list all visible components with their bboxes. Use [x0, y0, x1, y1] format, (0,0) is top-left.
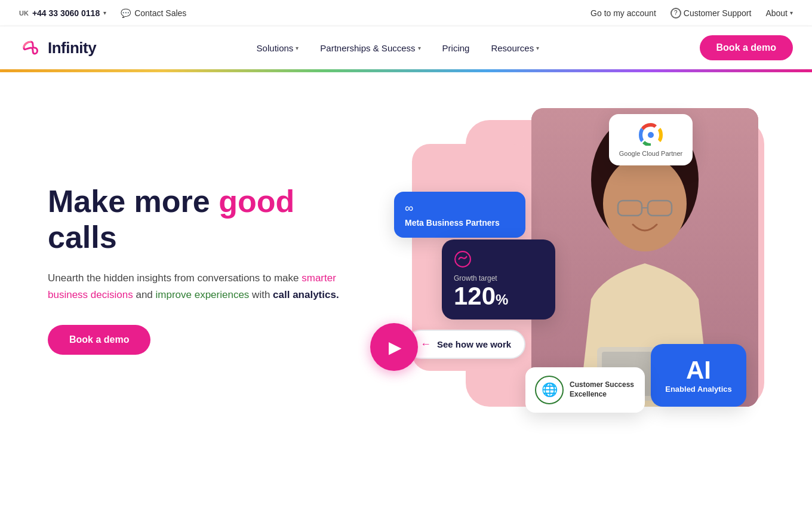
top-bar-right: Go to my account ? Customer Support Abou… — [590, 8, 793, 19]
go-to-account-label: Go to my account — [590, 8, 656, 18]
see-how-label: See how we work — [437, 339, 511, 349]
meta-logo: ∞ — [405, 201, 515, 215]
see-how-we-work-button[interactable]: ← See how we work — [406, 330, 525, 359]
meta-business-card: ∞ Meta Business Partners — [394, 192, 525, 238]
growth-label: Growth target — [454, 274, 543, 282]
growth-number-value: 120 — [454, 282, 496, 310]
subtitle-improve: improve experiences — [156, 289, 250, 300]
logo-text: Infinity — [48, 39, 96, 57]
about-dropdown-arrow: ▾ — [790, 10, 793, 16]
customer-success-card: 🌐 Customer Success Excellence — [525, 367, 645, 413]
subtitle-and: and — [133, 289, 156, 300]
google-cloud-icon — [636, 123, 665, 146]
hero-title-good: good — [219, 184, 294, 219]
growth-icon — [454, 250, 472, 268]
nav-book-demo-button[interactable]: Book a demo — [700, 35, 793, 60]
customer-success-icon: 🌐 — [535, 376, 564, 404]
growth-number: 120% — [454, 284, 543, 309]
hero-title: Make more good calls — [48, 184, 358, 256]
meta-infinity-icon: ∞ — [405, 201, 413, 215]
nav-partnerships-label: Partnerships & Success — [320, 43, 415, 53]
svg-point-8 — [648, 132, 654, 138]
play-icon: ▶ — [389, 337, 402, 357]
google-cloud-card: Google Cloud Partner — [609, 114, 693, 165]
nav-partnerships[interactable]: Partnerships & Success ▾ — [312, 38, 429, 58]
logo-link[interactable]: Infinity — [19, 36, 96, 60]
svg-point-9 — [455, 251, 470, 267]
top-bar: UK +44 33 3060 0118 ▾ 💬 Contact Sales Go… — [0, 0, 812, 26]
nav-links: Solutions ▾ Partnerships & Success ▾ Pri… — [248, 38, 548, 58]
customer-support-label: Customer Support — [684, 8, 752, 18]
hero-subtitle: Unearth the hidden insights from convers… — [48, 270, 358, 303]
hero-book-demo-button[interactable]: Book a demo — [48, 325, 150, 355]
customer-support-icon: ? — [670, 8, 681, 19]
phone-dropdown-arrow[interactable]: ▾ — [103, 10, 106, 16]
phone-number: +44 33 3060 0118 — [32, 8, 100, 18]
contact-sales-label: Contact Sales — [134, 8, 186, 18]
subtitle-end: with — [249, 289, 273, 300]
partnerships-caret: ▾ — [418, 45, 421, 51]
google-cloud-logo — [636, 122, 665, 146]
hero-visual: Google Cloud Partner ∞ Meta Business Par… — [394, 108, 764, 431]
hero-title-after: calls — [48, 220, 117, 254]
nav-solutions[interactable]: Solutions ▾ — [248, 38, 307, 58]
top-bar-left: UK +44 33 3060 0118 ▾ 💬 Contact Sales — [19, 8, 186, 18]
contact-sales-link[interactable]: 💬 Contact Sales — [121, 8, 186, 18]
google-cloud-text: Google Cloud Partner — [619, 150, 683, 157]
uk-label: UK — [19, 10, 29, 17]
play-video-button[interactable]: ▶ — [370, 323, 418, 371]
ai-text: AI — [660, 356, 737, 385]
see-how-arrow-icon: ← — [420, 338, 431, 351]
growth-percent-sign: % — [496, 291, 508, 308]
resources-caret: ▾ — [536, 45, 539, 51]
meta-card-text: Meta Business Partners — [405, 217, 515, 228]
nav-pricing-label: Pricing — [442, 43, 470, 53]
hero-title-before: Make more — [48, 184, 219, 219]
main-nav: Infinity Solutions ▾ Partnerships & Succ… — [0, 26, 812, 69]
growth-target-card: Growth target 120% — [442, 239, 555, 320]
about-link[interactable]: About ▾ — [765, 8, 793, 18]
hero-section: Make more good calls Unearth the hidden … — [0, 72, 812, 466]
subtitle-bold-end: call analytics. — [273, 289, 339, 300]
about-label: About — [765, 8, 788, 18]
nav-resources[interactable]: Resources ▾ — [482, 38, 548, 58]
contact-sales-icon: 💬 — [121, 8, 131, 18]
subtitle-line1: Unearth the hidden insights from convers… — [48, 272, 302, 284]
logo-icon — [19, 36, 43, 60]
customer-success-text: Customer Success Excellence — [570, 380, 635, 399]
solutions-caret: ▾ — [296, 45, 299, 51]
phone-region[interactable]: UK +44 33 3060 0118 ▾ — [19, 8, 106, 18]
svg-point-1 — [603, 156, 687, 251]
ai-sub-text: Enabled Analytics — [660, 385, 737, 395]
hero-content: Make more good calls Unearth the hidden … — [48, 184, 358, 355]
nav-pricing[interactable]: Pricing — [434, 38, 478, 58]
go-to-account-link[interactable]: Go to my account — [590, 8, 656, 18]
ai-analytics-card: AI Enabled Analytics — [651, 344, 746, 407]
nav-solutions-label: Solutions — [257, 43, 294, 53]
nav-resources-label: Resources — [491, 43, 534, 53]
customer-support-link[interactable]: ? Customer Support — [670, 8, 752, 19]
